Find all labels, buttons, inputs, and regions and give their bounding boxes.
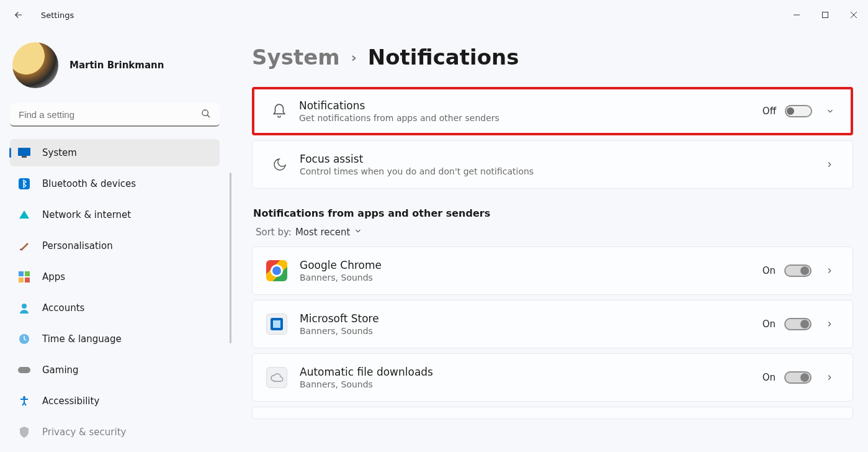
- sidebar-item-label: Privacy & security: [42, 427, 126, 438]
- sidebar-item-gaming[interactable]: Gaming: [10, 356, 220, 384]
- cloud-icon: [266, 367, 287, 388]
- app-toggle[interactable]: [784, 318, 812, 330]
- apps-icon: [17, 270, 31, 284]
- app-toggle[interactable]: [784, 371, 812, 384]
- svg-line-5: [207, 115, 210, 117]
- search-box: [10, 103, 220, 127]
- chevron-right-icon[interactable]: [820, 266, 839, 275]
- titlebar: Settings: [0, 0, 868, 30]
- user-name: Martin Brinkmann: [69, 60, 164, 71]
- svg-rect-6: [18, 148, 30, 156]
- toggle-state-label: On: [763, 265, 776, 276]
- close-button[interactable]: [839, 5, 868, 25]
- sidebar-item-label: Personalisation: [42, 240, 113, 251]
- chevron-right-icon[interactable]: [820, 320, 839, 328]
- search-icon: [201, 109, 211, 121]
- app-name: Microsoft Store: [300, 312, 763, 325]
- sidebar-item-label: Apps: [42, 271, 65, 282]
- svg-rect-10: [25, 271, 30, 276]
- sort-by-label: Sort by:: [256, 227, 292, 238]
- card-title: Focus assist: [300, 153, 820, 165]
- app-detail: Banners, Sounds: [300, 379, 763, 389]
- sort-by-dropdown[interactable]: Sort by: Most recent: [256, 227, 853, 238]
- personalisation-icon: [17, 239, 31, 253]
- mstore-icon: [266, 314, 287, 335]
- accessibility-icon: [17, 394, 31, 408]
- chrome-icon: [266, 260, 287, 281]
- app-toggle[interactable]: [784, 264, 812, 277]
- minimize-button[interactable]: [782, 5, 811, 25]
- sidebar-item-privacy[interactable]: Privacy & security: [10, 418, 220, 446]
- bluetooth-icon: [17, 177, 31, 191]
- notifications-card[interactable]: Notifications Get notifications from app…: [252, 87, 853, 135]
- breadcrumb-current: Notifications: [368, 45, 519, 70]
- sidebar: Martin Brinkmann System Bluetooth & devi…: [0, 30, 230, 452]
- app-detail: Banners, Sounds: [300, 326, 763, 336]
- breadcrumb: System › Notifications: [252, 45, 853, 70]
- app-notification-card[interactable]: Microsoft Store Banners, Sounds On: [252, 300, 853, 348]
- sidebar-item-system[interactable]: System: [10, 139, 220, 166]
- maximize-button[interactable]: [811, 5, 839, 25]
- sidebar-item-apps[interactable]: Apps: [10, 263, 220, 291]
- svg-rect-7: [22, 156, 27, 158]
- card-subtitle: Get notifications from apps and other se…: [299, 113, 763, 123]
- sidebar-item-label: Bluetooth & devices: [42, 178, 136, 189]
- nav-list: System Bluetooth & devices Network & int…: [10, 139, 220, 450]
- privacy-icon: [17, 425, 31, 439]
- bell-icon: [266, 103, 293, 119]
- svg-rect-15: [18, 367, 30, 373]
- sidebar-item-time-language[interactable]: Time & language: [10, 325, 220, 353]
- svg-rect-1: [823, 12, 828, 18]
- chevron-right-icon[interactable]: [820, 373, 839, 382]
- sidebar-item-label: Network & internet: [42, 209, 131, 220]
- search-input[interactable]: [10, 103, 220, 127]
- focus-assist-card[interactable]: Focus assist Control times when you do a…: [252, 140, 853, 189]
- user-profile[interactable]: Martin Brinkmann: [10, 42, 220, 88]
- content-area: System › Notifications Notifications Get…: [230, 30, 868, 452]
- chevron-right-icon: ›: [351, 50, 357, 65]
- partial-card: [252, 407, 853, 419]
- breadcrumb-parent[interactable]: System: [252, 45, 340, 70]
- sidebar-item-bluetooth[interactable]: Bluetooth & devices: [10, 170, 220, 197]
- avatar: [12, 42, 58, 88]
- app-notification-card[interactable]: Automatic file downloads Banners, Sounds…: [252, 353, 853, 402]
- sidebar-item-accounts[interactable]: Accounts: [10, 294, 220, 322]
- gaming-icon: [17, 363, 31, 377]
- svg-point-4: [202, 110, 208, 115]
- sidebar-item-label: Gaming: [42, 364, 79, 376]
- svg-rect-9: [19, 271, 24, 276]
- svg-rect-11: [19, 278, 24, 282]
- sidebar-item-network[interactable]: Network & internet: [10, 201, 220, 228]
- card-subtitle: Control times when you do and don't get …: [300, 166, 820, 176]
- svg-point-13: [22, 304, 27, 309]
- sidebar-item-label: Accounts: [42, 302, 84, 314]
- app-name: Automatic file downloads: [300, 366, 763, 378]
- chevron-down-icon: [354, 227, 362, 238]
- sidebar-item-label: Accessibility: [42, 396, 99, 407]
- system-icon: [17, 146, 31, 160]
- chevron-right-icon[interactable]: [820, 160, 839, 169]
- network-icon: [17, 208, 31, 222]
- toggle-state-label: Off: [763, 106, 776, 117]
- sidebar-item-accessibility[interactable]: Accessibility: [10, 387, 220, 415]
- scrollbar[interactable]: [230, 173, 231, 343]
- sidebar-item-personalisation[interactable]: Personalisation: [10, 232, 220, 260]
- section-title: Notifications from apps and other sender…: [253, 207, 853, 219]
- app-notification-card[interactable]: Google Chrome Banners, Sounds On: [252, 246, 853, 295]
- moon-icon: [266, 157, 293, 172]
- sidebar-item-label: Time & language: [42, 333, 122, 345]
- notifications-toggle[interactable]: [785, 105, 812, 117]
- svg-rect-12: [25, 278, 30, 282]
- sidebar-item-label: System: [42, 147, 77, 158]
- time-language-icon: [17, 332, 31, 346]
- chevron-down-icon[interactable]: [821, 107, 839, 115]
- svg-point-16: [23, 396, 25, 399]
- app-detail: Banners, Sounds: [300, 273, 763, 282]
- sort-by-value: Most recent: [295, 227, 351, 238]
- card-title: Notifications: [299, 99, 763, 112]
- back-button[interactable]: [9, 5, 29, 25]
- window-title: Settings: [41, 11, 74, 20]
- toggle-state-label: On: [763, 372, 776, 383]
- accounts-icon: [17, 301, 31, 315]
- app-name: Google Chrome: [300, 259, 763, 271]
